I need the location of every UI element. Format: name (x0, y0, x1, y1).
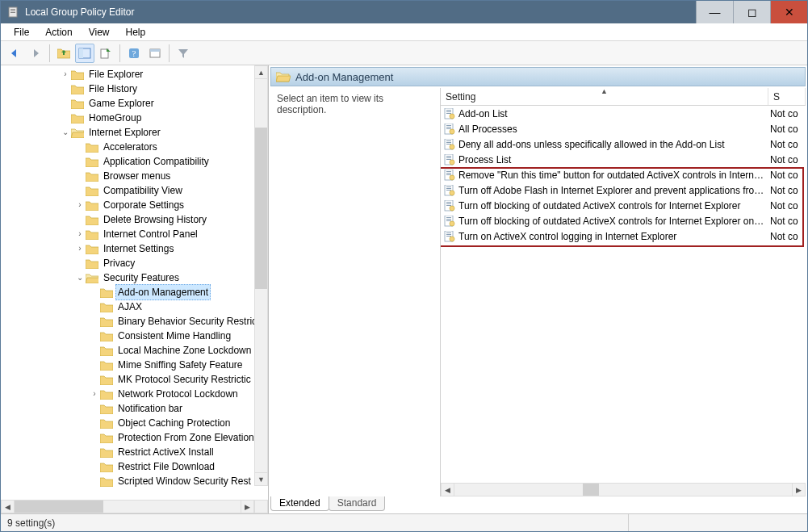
close-button[interactable]: ✕ (770, 1, 807, 23)
policy-icon (444, 108, 455, 119)
tree-item-restrict-file-download[interactable]: Restrict File Download (90, 459, 268, 474)
tree-item-corporate-settings[interactable]: ›Corporate Settings (75, 198, 268, 212)
policy-row[interactable]: Process ListNot co (441, 152, 806, 167)
scroll-left-icon[interactable]: ◀ (1, 500, 15, 513)
tree-item-network-protocol-lockdown[interactable]: ›Network Protocol Lockdown (90, 387, 268, 401)
policy-name: All Processes (458, 124, 517, 135)
policy-state: Not co (768, 216, 806, 227)
view-tabs: Extended Standard (270, 496, 807, 513)
policy-row[interactable]: Turn off Adobe Flash in Internet Explore… (441, 182, 806, 198)
policy-icon (444, 216, 455, 227)
back-button[interactable] (5, 44, 24, 63)
policy-name: Add-on List (458, 108, 508, 119)
show-hide-tree-button[interactable] (75, 44, 94, 63)
policy-row[interactable]: Turn off blocking of outdated ActiveX co… (441, 198, 806, 213)
tree-item-delete-browsing-history[interactable]: Delete Browsing History (75, 212, 268, 227)
policy-icon (444, 154, 455, 165)
tree-item-notification-bar[interactable]: Notification bar (90, 401, 268, 416)
tree-item-compatibility-view[interactable]: Compatibility View (75, 183, 268, 198)
tree-item-scripted-window[interactable]: Scripted Window Security Rest (90, 474, 268, 488)
policy-row[interactable]: All ProcessesNot co (441, 121, 806, 136)
scroll-down-icon[interactable]: ▼ (254, 472, 268, 486)
tree-item-internet-control-panel[interactable]: ›Internet Control Panel (75, 227, 268, 241)
tree-item-browser-menus[interactable]: Browser menus (75, 169, 268, 183)
tab-standard[interactable]: Standard (329, 496, 386, 511)
tree-item-file-history[interactable]: File History (61, 82, 268, 96)
policy-name: Process List (458, 154, 511, 165)
filter-button[interactable] (174, 44, 193, 63)
tree-item-ajax[interactable]: AJAX (90, 300, 268, 314)
policy-row[interactable]: Turn off blocking of outdated ActiveX co… (441, 213, 806, 228)
tree-item-object-caching[interactable]: Object Caching Protection (90, 416, 268, 430)
tree-item-homegroup[interactable]: HomeGroup (61, 111, 268, 125)
settings-list: Setting ▲ S Add-on ListNot coAll Process… (441, 88, 806, 496)
tree-horizontal-scrollbar[interactable]: ◀ ▶ (1, 500, 268, 513)
scroll-left-icon[interactable]: ◀ (441, 483, 454, 496)
tree-item-game-explorer[interactable]: Game Explorer (61, 96, 268, 111)
status-count: 9 setting(s) (7, 514, 629, 531)
policy-name: Turn off blocking of outdated ActiveX co… (458, 200, 741, 212)
policy-state: Not co (768, 170, 806, 181)
help-button[interactable]: ? (124, 44, 144, 63)
policy-row[interactable]: Deny all add-ons unless specifically all… (441, 136, 806, 152)
policy-row[interactable]: Remove "Run this time" button for outdat… (441, 167, 806, 182)
menu-file[interactable]: File (6, 25, 37, 40)
tree-item-app-compatibility[interactable]: Application Compatibility (75, 154, 268, 169)
tree-item-addon-management[interactable]: Add-on Management (90, 285, 268, 300)
app-icon (7, 6, 20, 19)
column-setting[interactable]: Setting ▲ (441, 88, 768, 105)
tree-item-lmz-lockdown[interactable]: Local Machine Zone Lockdown (90, 343, 268, 358)
tab-extended[interactable]: Extended (270, 496, 329, 511)
scroll-up-icon[interactable]: ▲ (254, 65, 268, 79)
policy-icon (444, 231, 455, 242)
scroll-right-icon[interactable]: ▶ (792, 483, 806, 496)
forward-button[interactable] (26, 44, 45, 63)
tree-item-binary-behavior[interactable]: Binary Behavior Security Restric (90, 314, 268, 329)
tree-item-mime-sniffing[interactable]: Mime Sniffing Safety Feature (90, 358, 268, 372)
tree-item-restrict-activex[interactable]: Restrict ActiveX Install (90, 445, 268, 459)
sort-asc-icon: ▲ (601, 88, 608, 95)
scroll-right-icon[interactable]: ▶ (241, 500, 254, 513)
tree-item-zone-elevation[interactable]: Protection From Zone Elevation (90, 430, 268, 445)
tree-item-internet-explorer[interactable]: ⌄Internet Explorer (61, 125, 268, 140)
tree-item-internet-settings[interactable]: ›Internet Settings (75, 241, 268, 256)
up-button[interactable] (54, 44, 73, 63)
tree-item-mk-protocol[interactable]: MK Protocol Security Restrictic (90, 372, 268, 387)
policy-row[interactable]: Turn on ActiveX control logging in Inter… (441, 228, 806, 244)
list-horizontal-scrollbar[interactable]: ◀ ▶ (441, 483, 806, 496)
policy-icon (444, 200, 455, 212)
minimize-button[interactable]: — (696, 1, 733, 23)
policy-row[interactable]: Add-on ListNot co (441, 106, 806, 121)
tree-item-file-explorer[interactable]: ›File Explorer (61, 67, 268, 82)
policy-state: Not co (768, 154, 806, 165)
main-split: ›File Explorer File History Game Explore… (1, 65, 807, 513)
maximize-button[interactable]: ◻ (733, 1, 770, 23)
properties-button[interactable] (145, 44, 165, 63)
details-header: Add-on Management (270, 67, 806, 86)
policy-name: Turn off blocking of outdated ActiveX co… (458, 216, 764, 227)
tree-item-security-features[interactable]: ⌄Security Features (75, 270, 268, 285)
policy-name: Turn on ActiveX control logging in Inter… (458, 231, 676, 242)
policy-state: Not co (768, 200, 806, 212)
menu-view[interactable]: View (81, 25, 118, 40)
policy-icon (444, 185, 455, 196)
tree[interactable]: ›File Explorer File History Game Explore… (46, 67, 268, 488)
tree-item-accelerators[interactable]: Accelerators (75, 140, 268, 154)
menu-help[interactable]: Help (118, 25, 154, 40)
tree-vertical-scrollbar[interactable]: ▲ ▼ (254, 65, 268, 486)
tree-pane: ›File Explorer File History Game Explore… (1, 65, 269, 513)
tree-item-privacy[interactable]: Privacy (75, 256, 268, 270)
details-title: Add-on Management (295, 71, 393, 83)
export-button[interactable] (96, 44, 115, 63)
window-title: Local Group Policy Editor (25, 6, 696, 18)
tree-item-consistent-mime[interactable]: Consistent Mime Handling (90, 329, 268, 343)
policy-icon (444, 139, 455, 150)
svg-rect-10 (79, 48, 83, 58)
policy-name: Remove "Run this time" button for outdat… (458, 170, 764, 181)
toolbar: ? (1, 41, 807, 65)
policy-name: Turn off Adobe Flash in Internet Explore… (458, 185, 764, 196)
svg-rect-7 (10, 10, 15, 11)
policy-state: Not co (768, 231, 806, 242)
column-state[interactable]: S (768, 88, 806, 105)
menu-action[interactable]: Action (37, 25, 80, 40)
